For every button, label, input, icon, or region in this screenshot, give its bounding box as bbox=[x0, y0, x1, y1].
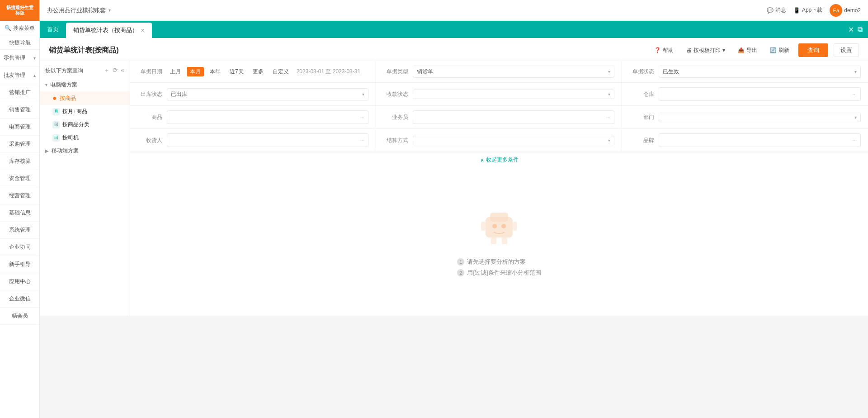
add-scheme-icon[interactable]: ＋ bbox=[104, 66, 110, 75]
refresh-scheme-icon[interactable]: ⟳ bbox=[113, 66, 118, 75]
collapse-scheme-icon[interactable]: « bbox=[121, 66, 124, 75]
sidebar: 畅捷通好生意 标版 🔍 搜索菜单 快捷导航 零售管理 ▾ 批发管理 ▴ 营销推广… bbox=[0, 0, 40, 418]
quick-nav[interactable]: 快捷导航 bbox=[0, 36, 39, 50]
sidebar-search[interactable]: 🔍 搜索菜单 bbox=[0, 21, 39, 36]
tab-sales-stats[interactable]: 销货单统计表（按商品） ✕ bbox=[66, 23, 152, 38]
doc-type-value: 销货单 bbox=[417, 68, 433, 76]
sidebar-item-wholesale[interactable]: 批发管理 ▴ bbox=[0, 67, 39, 84]
date-tab-last-month[interactable]: 上月 bbox=[167, 67, 184, 76]
empty-state: 1 请先选择要分析的方案 2 用[过滤]条件来缩小分析范围 bbox=[130, 167, 868, 316]
scheme-icon-2: 回 bbox=[52, 121, 60, 128]
sidebar-item-basic[interactable]: 基础信息 bbox=[0, 204, 39, 222]
filter-cell-doc-type: 单据类型 销货单 ▾ bbox=[376, 61, 622, 82]
doc-type-caret: ▾ bbox=[608, 69, 610, 74]
doc-type-control: 销货单 ▾ bbox=[413, 66, 614, 78]
desktop-group-label: 电脑端方案 bbox=[50, 81, 77, 89]
export-label: 导出 bbox=[746, 47, 757, 54]
brand-input[interactable]: ··· bbox=[659, 133, 861, 147]
settlement-label: 结算方式 bbox=[383, 137, 413, 144]
sidebar-item-sales[interactable]: 销售管理 bbox=[0, 101, 39, 119]
refresh-btn[interactable]: 🔄 刷新 bbox=[766, 45, 793, 56]
print-dropdown-arrow[interactable]: ▾ bbox=[722, 47, 725, 53]
help-btn[interactable]: ❓ 帮助 bbox=[651, 45, 677, 56]
warehouse-more-icon[interactable]: ··· bbox=[853, 91, 857, 97]
sidebar-item-guide[interactable]: 新手引导 bbox=[0, 256, 39, 273]
date-tab-custom[interactable]: 自定义 bbox=[269, 67, 292, 76]
scheme-by-product[interactable]: ● 按商品 bbox=[40, 91, 130, 105]
settlement-select[interactable]: ▾ bbox=[413, 136, 614, 145]
message-label: 消息 bbox=[775, 6, 786, 14]
scheme-by-month-product[interactable]: 月 按月+商品 bbox=[40, 105, 130, 118]
hint-num-2: 2 bbox=[457, 269, 464, 276]
sidebar-item-ecommerce[interactable]: 电商管理 bbox=[0, 119, 39, 136]
collapse-bar[interactable]: ∧ 收起更多条件 bbox=[130, 152, 868, 167]
tab-close-icon[interactable]: ✕ bbox=[141, 28, 145, 33]
brand-more-icon[interactable]: ··· bbox=[853, 138, 857, 143]
warehouse-input[interactable]: ··· bbox=[659, 87, 861, 101]
top-header: 办公用品行业模拟账套 ▾ 💬 消息 📱 App下载 Ea demo2 bbox=[40, 0, 868, 21]
payment-status-control: ▾ bbox=[413, 90, 614, 99]
scheme-by-category-label: 按商品分类 bbox=[62, 121, 90, 128]
settings-btn[interactable]: 设置 bbox=[834, 43, 859, 57]
out-status-value: 已出库 bbox=[171, 90, 187, 98]
date-tab-more[interactable]: 更多 bbox=[250, 67, 267, 76]
desktop-group[interactable]: ▾ 电脑端方案 bbox=[40, 78, 130, 91]
sidebar-item-app-center[interactable]: 应用中心 bbox=[0, 273, 39, 290]
tab-close-all-icon[interactable]: ✕ bbox=[848, 25, 854, 34]
sidebar-item-system[interactable]: 系统管理 bbox=[0, 222, 39, 239]
svg-point-3 bbox=[501, 224, 506, 228]
expand-icon: ▾ bbox=[45, 82, 47, 87]
filter-cell-product: 商品 ··· bbox=[130, 106, 376, 128]
filter-cell-receiver: 收货人 ··· bbox=[130, 129, 376, 152]
out-status-caret: ▾ bbox=[362, 92, 364, 97]
receiver-input[interactable]: ··· bbox=[167, 133, 368, 147]
sidebar-item-retail[interactable]: 零售管理 ▾ bbox=[0, 50, 39, 67]
payment-status-select[interactable]: ▾ bbox=[413, 90, 614, 99]
sidebar-item-purchase[interactable]: 采购管理 bbox=[0, 136, 39, 153]
page-title: 销货单统计表(按商品) bbox=[49, 46, 119, 55]
scheme-by-cashier[interactable]: 回 按司机 bbox=[40, 131, 130, 144]
brand-label: 品牌 bbox=[629, 137, 659, 144]
svg-rect-6 bbox=[491, 238, 496, 244]
department-select[interactable]: ▾ bbox=[659, 113, 861, 122]
sidebar-item-finance[interactable]: 资金管理 bbox=[0, 170, 39, 187]
app-download-btn[interactable]: 📱 App下载 bbox=[793, 6, 822, 14]
date-control: 上月 本月 本年 近7天 更多 自定义 2023-03-01 至 2023-03… bbox=[167, 67, 368, 76]
message-btn[interactable]: 💬 消息 bbox=[767, 6, 786, 14]
sidebar-item-wechat[interactable]: 企业微信 bbox=[0, 290, 39, 308]
salesperson-input[interactable]: ··· bbox=[413, 110, 614, 124]
tab-restore-icon[interactable]: ⧉ bbox=[858, 25, 863, 33]
header-actions: 💬 消息 📱 App下载 Ea demo2 bbox=[767, 4, 861, 17]
message-icon: 💬 bbox=[767, 7, 774, 14]
scheme-panel-header: 按以下方案查询 ＋ ⟳ « bbox=[40, 65, 130, 78]
date-tab-this-year[interactable]: 本年 bbox=[207, 67, 224, 76]
export-btn[interactable]: 📤 导出 bbox=[734, 45, 761, 56]
industry-dropdown-arrow[interactable]: ▾ bbox=[108, 8, 111, 13]
user-menu[interactable]: Ea demo2 bbox=[830, 4, 861, 17]
doc-status-select[interactable]: 已生效 ▾ bbox=[659, 66, 861, 78]
out-status-select[interactable]: 已出库 ▾ bbox=[167, 88, 368, 100]
sidebar-item-member[interactable]: 畅会员 bbox=[0, 308, 39, 325]
scheme-by-month-label: 按月+商品 bbox=[62, 108, 87, 115]
date-tab-this-month[interactable]: 本月 bbox=[187, 67, 204, 76]
user-name: demo2 bbox=[844, 7, 861, 14]
mobile-group[interactable]: ▶ 移动端方案 bbox=[40, 144, 130, 157]
query-btn[interactable]: 查询 bbox=[798, 43, 828, 57]
sidebar-item-operation[interactable]: 经营管理 bbox=[0, 187, 39, 204]
sidebar-item-enterprise[interactable]: 企业协同 bbox=[0, 239, 39, 256]
sidebar-item-marketing[interactable]: 营销推广 bbox=[0, 84, 39, 101]
payment-status-label: 收款状态 bbox=[383, 90, 413, 98]
date-tab-7days[interactable]: 近7天 bbox=[226, 67, 247, 76]
export-icon: 📤 bbox=[738, 47, 745, 53]
tab-home[interactable]: 首页 bbox=[40, 21, 66, 38]
template-print-btn[interactable]: 🖨 按模板打印 ▾ bbox=[683, 45, 729, 56]
sidebar-item-inventory[interactable]: 库存核算 bbox=[0, 153, 39, 170]
doc-type-select[interactable]: 销货单 ▾ bbox=[413, 66, 614, 78]
doc-status-control: 已生效 ▾ bbox=[659, 66, 861, 78]
product-input[interactable]: ··· bbox=[167, 110, 368, 124]
salesperson-more-icon[interactable]: ··· bbox=[606, 114, 610, 120]
avatar: Ea bbox=[830, 4, 842, 17]
receiver-more-icon[interactable]: ··· bbox=[360, 138, 364, 143]
product-more-icon[interactable]: ··· bbox=[360, 114, 364, 120]
scheme-by-category[interactable]: 回 按商品分类 bbox=[40, 118, 130, 131]
